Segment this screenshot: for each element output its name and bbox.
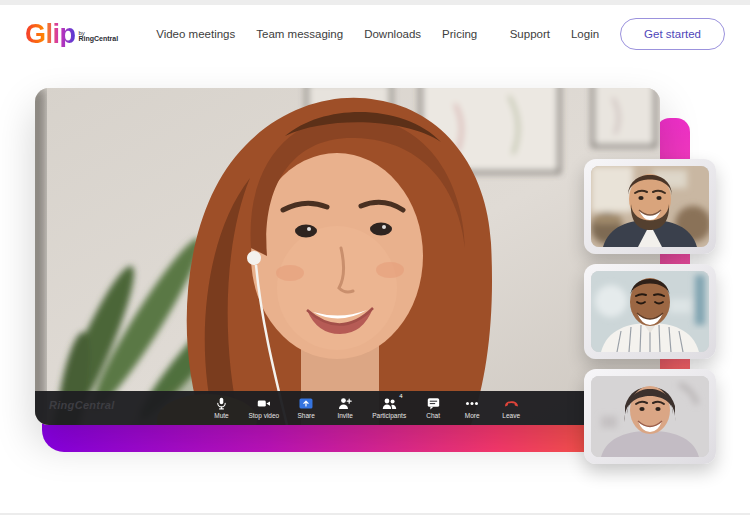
share-button[interactable]: Share (294, 397, 318, 419)
participant-photo-woman-gray (591, 376, 709, 457)
header-right: Support Login Get started (510, 18, 725, 50)
invite-button[interactable]: Invite (333, 397, 357, 419)
phone-hangup-icon (504, 397, 519, 410)
more-ellipsis-icon (465, 397, 479, 410)
stop-video-button[interactable]: Stop video (248, 397, 279, 419)
participants-button[interactable]: 4 Participants (372, 397, 406, 419)
participants-icon: 4 (382, 397, 397, 410)
call-toolbar: RingCentral Mute Stop video (35, 391, 660, 425)
glip-logo[interactable]: Glip by RingCentral (25, 21, 118, 47)
nav-login[interactable]: Login (571, 28, 599, 40)
glip-landing-page: Glip by RingCentral Video meetings Team … (0, 0, 750, 515)
microphone-icon (215, 397, 228, 410)
share-screen-icon (299, 397, 313, 410)
participant-photo-man-striped-shirt (591, 271, 709, 352)
main-video-tile: RingCentral Mute Stop video (35, 88, 660, 425)
site-header: Glip by RingCentral Video meetings Team … (0, 5, 750, 62)
participant-photo-man-office (591, 166, 709, 247)
nav-team-messaging[interactable]: Team messaging (256, 28, 343, 40)
more-button[interactable]: More (460, 397, 484, 419)
person-add-icon (338, 397, 352, 410)
call-controls: Mute Stop video Share (209, 391, 523, 425)
logo-byline: by RingCentral (79, 30, 119, 42)
participant-thumbnail-2 (584, 264, 716, 359)
participant-thumbnail-1 (584, 159, 716, 254)
chat-button[interactable]: Chat (421, 397, 445, 419)
glip-logo-text: Glip (25, 21, 76, 47)
participants-count-badge: 4 (399, 393, 402, 399)
chat-bubble-icon (427, 397, 440, 410)
nav-video-meetings[interactable]: Video meetings (156, 28, 235, 40)
main-nav: Video meetings Team messaging Downloads … (156, 28, 477, 40)
main-speaker-photo (35, 88, 660, 425)
nav-support[interactable]: Support (510, 28, 550, 40)
leave-button[interactable]: Leave (499, 397, 523, 419)
ringcentral-watermark: RingCentral (49, 399, 115, 411)
nav-pricing[interactable]: Pricing (442, 28, 477, 40)
video-camera-icon (257, 397, 271, 410)
participant-thumbnail-3 (584, 369, 716, 464)
get-started-button[interactable]: Get started (620, 18, 725, 50)
mute-button[interactable]: Mute (209, 397, 233, 419)
nav-downloads[interactable]: Downloads (364, 28, 421, 40)
